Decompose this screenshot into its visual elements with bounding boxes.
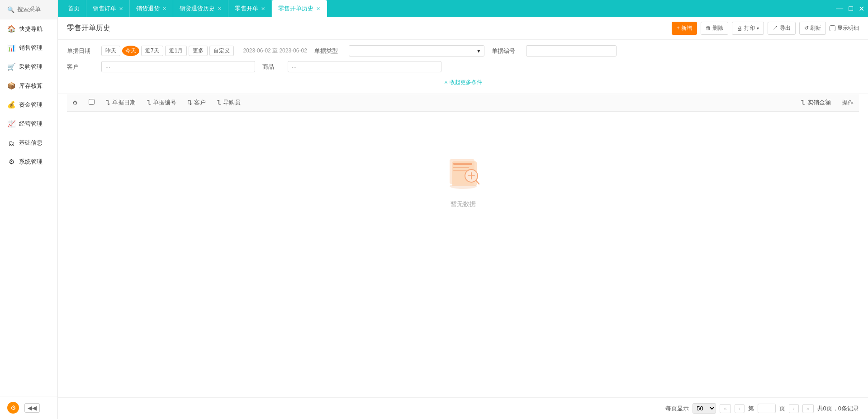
settings-icon: ⚙: [72, 99, 78, 106]
per-page-select[interactable]: 50 10 20 100: [693, 403, 716, 414]
product-filter-select[interactable]: ···: [288, 61, 441, 72]
select-all-checkbox[interactable]: [89, 99, 95, 105]
customer-filter-select[interactable]: ···: [101, 61, 255, 72]
sidebar-label-quick-nav: 快捷导航: [19, 25, 43, 33]
tab-label-retail-open: 零售开单: [235, 5, 258, 13]
th-settings[interactable]: ⚙: [67, 94, 83, 112]
add-button[interactable]: + 新增: [672, 22, 697, 35]
th-guide[interactable]: ⇅ 导购员: [211, 94, 247, 112]
tab-home[interactable]: 首页: [62, 0, 86, 17]
th-customer[interactable]: ⇅ 客户: [182, 94, 211, 112]
date-btn-自定义[interactable]: 自定义: [209, 46, 234, 56]
tab-retail-open[interactable]: 零售开单 ✕: [228, 0, 272, 17]
tab-sales-return-history[interactable]: 销货退货历史 ✕: [173, 0, 228, 17]
display-detail-checkbox-label[interactable]: 显示明细: [830, 24, 859, 32]
filter-row-1: 单据日期 昨天今天近7天近1月更多自定义 2023-06-02 至 2023-0…: [67, 45, 859, 56]
sidebar-icon-sales-mgmt: 📊: [7, 44, 15, 52]
tab-close-sales-order[interactable]: ✕: [119, 6, 123, 12]
date-filter-label: 单据日期: [67, 47, 94, 55]
date-btn-更多[interactable]: 更多: [189, 46, 208, 56]
data-table: ⚙ ⇅ 单据日期 ⇅ 单据编号 ⇅ 客户: [67, 94, 859, 112]
filter-area: 单据日期 昨天今天近7天近1月更多自定义 2023-06-02 至 2023-0…: [58, 40, 868, 94]
collapse-filter-btn[interactable]: ∧ 收起更多条件: [444, 79, 482, 86]
table-area: ⚙ ⇅ 单据日期 ⇅ 单据编号 ⇅ 客户: [58, 94, 868, 397]
date-buttons: 昨天今天近7天近1月更多自定义: [101, 46, 234, 56]
product-filter-label: 商品: [262, 63, 280, 71]
sidebar-item-purchase-mgmt[interactable]: 🛒采购管理: [0, 57, 57, 76]
minimize-button[interactable]: —: [836, 5, 843, 13]
sidebar-item-quick-nav[interactable]: 🏠快捷导航: [0, 19, 57, 38]
sidebar-nav: 🏠快捷导航📊销售管理🛒采购管理📦库存核算💰资金管理📈经营管理🗂基础信息⚙系统管理: [0, 19, 57, 396]
sidebar-label-finance-mgmt: 资金管理: [19, 101, 43, 109]
sidebar-label-ops-mgmt: 经营管理: [19, 120, 43, 128]
tab-sales-order[interactable]: 销售订单 ✕: [86, 0, 130, 17]
tab-close-retail-open-history[interactable]: ✕: [316, 6, 320, 12]
refresh-button[interactable]: ↺ 刷新: [799, 22, 826, 35]
tab-label-sales-return: 销货退货: [136, 5, 160, 13]
empty-icon: [441, 148, 486, 193]
sidebar-item-sales-mgmt[interactable]: 📊销售管理: [0, 38, 57, 57]
sidebar-icon-inventory: 📦: [7, 82, 15, 90]
th-order-no[interactable]: ⇅ 单据编号: [141, 94, 182, 112]
sidebar-item-sys-mgmt[interactable]: ⚙系统管理: [0, 152, 57, 171]
date-btn-近7天[interactable]: 近7天: [141, 46, 163, 56]
sidebar-icon-sys-mgmt: ⚙: [7, 158, 15, 166]
sidebar-search[interactable]: 🔍 搜索采单: [0, 0, 57, 19]
page-header: 零售开单历史 + 新增 🗑 删除 🖨 打印 ▾ ↗ 导出 ↺ 刷新 显示明细: [58, 17, 868, 40]
th-order-no-label: ⇅ 单据编号: [147, 99, 177, 106]
tab-label-retail-open-history: 零售开单历史: [278, 5, 313, 13]
th-guide-label: ⇅ 导购员: [217, 99, 241, 106]
date-btn-今天[interactable]: 今天: [122, 46, 139, 56]
page-title: 零售开单历史: [67, 24, 110, 33]
content-area: 零售开单历史 + 新增 🗑 删除 🖨 打印 ▾ ↗ 导出 ↺ 刷新 显示明细: [58, 17, 868, 419]
export-button[interactable]: ↗ 导出: [768, 22, 795, 35]
order-no-filter-label: 单据编号: [492, 47, 519, 55]
window-controls: — □ ✕: [836, 5, 864, 13]
first-page-button[interactable]: «: [720, 404, 731, 413]
next-page-button[interactable]: ›: [789, 404, 799, 413]
collapse-sidebar-button[interactable]: ◀◀: [24, 403, 40, 413]
tab-label-sales-return-history: 销货退货历史: [180, 5, 215, 13]
page-number-input[interactable]: 1: [758, 404, 776, 413]
tab-close-sales-return[interactable]: ✕: [162, 6, 166, 12]
page-label: 第: [748, 405, 754, 413]
sidebar-item-inventory[interactable]: 📦库存核算: [0, 76, 57, 95]
order-no-filter-input[interactable]: [526, 45, 617, 56]
sidebar-icon-purchase-mgmt: 🛒: [7, 63, 15, 71]
th-checkbox[interactable]: [83, 94, 100, 112]
print-button[interactable]: 🖨 打印 ▾: [732, 22, 764, 35]
sidebar: 🔍 搜索采单 🏠快捷导航📊销售管理🛒采购管理📦库存核算💰资金管理📈经营管理🗂基础…: [0, 0, 58, 419]
date-range-display: 2023-06-02 至 2023-06-02: [243, 47, 307, 55]
print-dropdown-icon: ▾: [757, 26, 759, 31]
empty-text: 暂无数据: [451, 200, 476, 208]
type-filter-select[interactable]: ▾: [349, 45, 484, 56]
svg-rect-4: [453, 167, 469, 168]
date-btn-近1月[interactable]: 近1月: [165, 46, 187, 56]
sidebar-label-basic-info: 基础信息: [19, 139, 43, 147]
tab-sales-return[interactable]: 销货退货 ✕: [130, 0, 173, 17]
delete-button[interactable]: 🗑 删除: [701, 22, 728, 35]
tab-close-sales-return-history[interactable]: ✕: [218, 6, 222, 12]
maximize-button[interactable]: □: [849, 5, 853, 13]
sidebar-icon-quick-nav: 🏠: [7, 25, 15, 33]
close-button[interactable]: ✕: [859, 5, 864, 13]
th-action-label: 操作: [842, 99, 854, 106]
tab-label-sales-order: 销售订单: [93, 5, 116, 13]
tab-retail-open-history[interactable]: 零售开单历史 ✕: [272, 0, 327, 17]
type-select-arrow: ▾: [477, 47, 480, 54]
th-amount[interactable]: ⇅ 实销金额: [795, 94, 836, 112]
tab-close-retail-open[interactable]: ✕: [261, 6, 265, 12]
tab-label-home: 首页: [68, 5, 80, 13]
page-suffix: 页: [779, 405, 785, 413]
date-btn-昨天[interactable]: 昨天: [101, 46, 120, 56]
sidebar-item-basic-info[interactable]: 🗂基础信息: [0, 133, 57, 152]
settings-button[interactable]: ⚙: [7, 402, 19, 414]
prev-page-button[interactable]: ‹: [735, 404, 745, 413]
sidebar-item-finance-mgmt[interactable]: 💰资金管理: [0, 95, 57, 114]
sidebar-label-sales-mgmt: 销售管理: [19, 44, 43, 52]
sidebar-item-ops-mgmt[interactable]: 📈经营管理: [0, 114, 57, 133]
th-date[interactable]: ⇅ 单据日期: [100, 94, 141, 112]
total-info: 共0页，0条记录: [817, 405, 859, 413]
last-page-button[interactable]: »: [802, 404, 814, 413]
display-detail-checkbox[interactable]: [830, 25, 835, 31]
